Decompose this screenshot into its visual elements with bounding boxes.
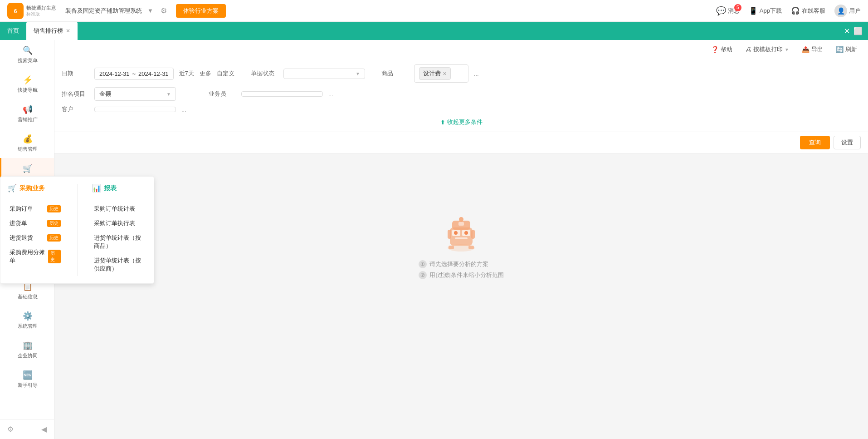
svg-rect-8 (455, 237, 468, 239)
app-download-button[interactable]: 📱 App下载 (749, 6, 782, 15)
tab-restore-icon[interactable]: ⬜ (853, 27, 863, 35)
sidebar-item-enterprise[interactable]: 🏢 企业协同 (0, 335, 54, 365)
customer-input[interactable] (94, 107, 176, 112)
quicknav-icon: ⚡ (23, 75, 33, 85)
guide-icon: 🆕 (23, 370, 33, 380)
staff-label: 业务员 (209, 90, 236, 98)
sidebar-item-system[interactable]: ⚙️ 系统管理 (0, 306, 54, 335)
sidebar-item-quicknav[interactable]: ⚡ 快捷导航 (0, 69, 54, 99)
date-separator: ~ (132, 70, 136, 77)
tab-close-icon[interactable]: ✕ (66, 28, 70, 34)
export-icon: 📤 (802, 46, 809, 53)
goods-more-icon[interactable]: ... (474, 70, 479, 77)
menu-item-report-goods-stats[interactable]: 进货单统计表（按商品） (92, 231, 147, 253)
tab-home[interactable]: 首页 (0, 22, 26, 40)
purchase-business-section: 🛒 采购业务 采购订单 历史 进货单 历史 进货退货 历史 (8, 184, 63, 276)
filter-row-1: 日期 2024-12-31 ~ 2024-12-31 近7天 更多 自定义 单据… (62, 64, 861, 83)
menu-item-purchase-return[interactable]: 进货退货 历史 (8, 231, 63, 245)
filter-collapse-row: ⬆ 收起更多条件 (62, 118, 861, 126)
rank-label: 排名项目 (62, 90, 89, 98)
empty-state: ① 请先选择要分析的方案 ② 用[过滤]条件来缩小分析范围 (54, 153, 868, 335)
system-icon: ⚙️ (23, 311, 33, 321)
staff-more-icon[interactable]: ... (328, 91, 333, 98)
menu-item-purchase-incoming[interactable]: 进货单 历史 (8, 216, 63, 231)
tab-sales-ranking[interactable]: 销售排行榜 ✕ (26, 22, 78, 40)
help-button[interactable]: ❓ 帮助 (707, 44, 736, 55)
menu-item-purchase-expense[interactable]: 采购费用分摊单 历史 (8, 245, 63, 268)
logo-area: 6 畅捷通好生意 标准版 (7, 3, 62, 19)
action-buttons: 查询 设置 (54, 132, 868, 153)
menu-item-report-order-exec[interactable]: 采购订单执行表 (92, 216, 147, 231)
main-layout: 🔍 搜索菜单 ⚡ 快捷导航 📢 营销推广 💰 销售管理 🛒 采购管理 (0, 40, 868, 439)
svg-rect-10 (471, 230, 475, 239)
date-end: 2024-12-31 (138, 70, 169, 77)
industry-button[interactable]: 体验行业方案 (176, 4, 226, 18)
tip-1-num: ① (419, 260, 427, 268)
headset-icon: 🎧 (791, 6, 800, 15)
notification-badge: 5 (734, 4, 741, 11)
svg-rect-13 (458, 222, 464, 226)
settings-button[interactable]: 设置 (834, 136, 861, 149)
sales-icon: 💰 (23, 134, 33, 144)
date-preset-custom[interactable]: 自定义 (217, 69, 234, 78)
sidebar-item-marketing[interactable]: 📢 营销推广 (0, 99, 54, 128)
sidebar-item-search[interactable]: 🔍 搜索菜单 (0, 40, 54, 69)
customer-more-icon[interactable]: ... (181, 106, 186, 113)
filter-row-3: 客户 ... (62, 105, 861, 113)
filter-bar: 日期 2024-12-31 ~ 2024-12-31 近7天 更多 自定义 单据… (54, 59, 868, 132)
goods-input[interactable]: 设计费 ✕ (414, 64, 468, 83)
tabs-bar: 首页 销售排行榜 ✕ ✕ ⬜ (0, 22, 868, 40)
voucher-status-select[interactable]: ▼ (283, 69, 365, 79)
content-toolbar: ❓ 帮助 🖨 按模板打印 ▼ 📤 导出 🔄 刷新 (54, 40, 868, 59)
svg-point-6 (454, 231, 458, 235)
refresh-icon: 🔄 (836, 46, 844, 53)
voucher-status-label: 单据状态 (251, 69, 278, 78)
report-section-title: 📊 报表 (92, 184, 147, 196)
sidebar-collapse-icon[interactable]: ◀ (41, 425, 47, 434)
menu-item-purchase-order[interactable]: 采购订单 历史 (8, 202, 63, 216)
date-start: 2024-12-31 (99, 70, 130, 77)
sidebar: 🔍 搜索菜单 ⚡ 快捷导航 📢 营销推广 💰 销售管理 🛒 采购管理 (0, 40, 54, 439)
print-button[interactable]: 🖨 按模板打印 ▼ (741, 44, 793, 55)
system-settings-icon[interactable]: ⚙ (161, 6, 167, 15)
system-area: 装备及固定资产辅助管理系统 ▼ ⚙ 体验行业方案 (62, 4, 716, 18)
message-icon: 💬 (716, 6, 726, 16)
collapse-button[interactable]: ⬆ 收起更多条件 (440, 118, 483, 126)
print-dropdown-icon[interactable]: ▼ (785, 47, 789, 52)
print-icon: 🖨 (745, 46, 751, 53)
sidebar-settings-icon[interactable]: ⚙ (7, 425, 14, 434)
user-avatar: 👤 (834, 5, 847, 17)
date-preset-more[interactable]: 更多 (200, 69, 211, 78)
voucher-status-dropdown-icon: ▼ (356, 71, 360, 76)
export-button[interactable]: 📤 导出 (798, 44, 827, 55)
menu-item-report-supplier-stats[interactable]: 进货单统计表（按供应商） (92, 253, 147, 276)
tab-close-all-icon[interactable]: ✕ (844, 27, 850, 35)
date-label: 日期 (62, 69, 89, 78)
rank-select[interactable]: 金额 ▼ (94, 87, 176, 101)
tabs-controls: ✕ ⬜ (844, 27, 868, 35)
user-menu-button[interactable]: 👤 用户 (834, 5, 861, 17)
sidebar-item-guide[interactable]: 🆕 新手引导 (0, 365, 54, 394)
refresh-button[interactable]: 🔄 刷新 (832, 44, 861, 55)
customer-label: 客户 (62, 105, 89, 113)
messages-button[interactable]: 💬 5 消息 (716, 6, 740, 16)
date-range-picker[interactable]: 2024-12-31 ~ 2024-12-31 (94, 68, 174, 80)
empty-tip-1: ① 请先选择要分析的方案 (419, 260, 503, 268)
svg-rect-9 (448, 230, 451, 239)
staff-input[interactable] (241, 91, 323, 97)
sidebar-item-sales[interactable]: 💰 销售管理 (0, 128, 54, 158)
rank-dropdown-icon: ▼ (166, 92, 171, 97)
query-button[interactable]: 查询 (800, 136, 830, 149)
goods-tag-close[interactable]: ✕ (443, 71, 447, 77)
system-arrow-icon[interactable]: ▼ (147, 7, 153, 14)
empty-illustration (439, 209, 484, 255)
purchase-section-title: 🛒 采购业务 (8, 184, 63, 196)
search-icon: 🔍 (23, 45, 33, 55)
menu-divider (77, 184, 78, 276)
menu-item-report-order-stats[interactable]: 采购订单统计表 (92, 202, 147, 216)
date-preset-7days[interactable]: 近7天 (179, 69, 194, 78)
svg-rect-14 (449, 246, 454, 249)
sidebar-bottom: ⚙ ◀ (0, 419, 54, 439)
service-button[interactable]: 🎧 在线客服 (791, 6, 825, 15)
history-badge-3: 历史 (48, 250, 60, 263)
